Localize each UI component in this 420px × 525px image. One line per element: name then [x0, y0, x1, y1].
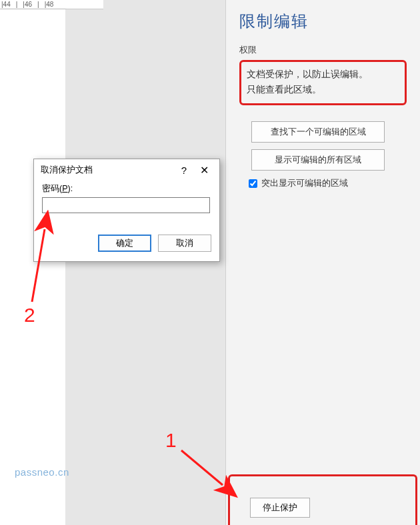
dialog-button-row: 确定 取消 [42, 235, 211, 252]
ruler: |44| |46| |48 [0, 0, 103, 9]
password-label: 密码(P): [42, 183, 211, 195]
info-line: 只能查看此区域。 [247, 83, 399, 98]
stop-protection-button[interactable]: 停止保护 [250, 498, 310, 518]
help-icon[interactable]: ? [174, 165, 194, 176]
info-line: 文档受保护，以防止误编辑。 [247, 67, 399, 83]
dialog-title: 取消保护文档 [41, 164, 174, 176]
document-page[interactable] [0, 9, 65, 525]
restrict-editing-panel: 限制编辑 权限 文档受保护，以防止误编辑。 只能查看此区域。 查找下一个可编辑的… [225, 0, 420, 525]
highlight-regions-checkbox[interactable] [249, 179, 257, 188]
watermark: passneo.cn [15, 466, 69, 478]
protection-info-box: 文档受保护，以防止误编辑。 只能查看此区域。 [239, 60, 407, 105]
annotation-number-1: 1 [165, 429, 177, 452]
highlight-regions-label: 突出显示可编辑的区域 [261, 177, 348, 189]
cancel-button[interactable]: 取消 [158, 235, 211, 252]
ok-button[interactable]: 确定 [98, 235, 151, 252]
password-input[interactable] [42, 197, 210, 213]
highlight-regions-checkbox-row[interactable]: 突出显示可编辑的区域 [246, 177, 407, 190]
close-icon[interactable]: ✕ [194, 164, 214, 177]
ruler-mark: |48 [45, 1, 59, 8]
panel-title: 限制编辑 [239, 11, 407, 32]
ruler-mark: |44| [1, 1, 17, 8]
ruler-mark: |46| [23, 1, 39, 8]
permissions-label: 权限 [239, 44, 407, 56]
unprotect-document-dialog: 取消保护文档 ? ✕ 密码(P): 确定 取消 [33, 159, 220, 262]
annotation-number-2: 2 [24, 304, 35, 326]
show-all-regions-button[interactable]: 显示可编辑的所有区域 [251, 149, 385, 171]
find-next-region-button[interactable]: 查找下一个可编辑的区域 [251, 121, 385, 143]
stop-protection-highlight: 停止保护 [228, 474, 417, 525]
dialog-body: 密码(P): 确定 取消 [34, 181, 219, 261]
document-background [65, 9, 225, 525]
dialog-titlebar[interactable]: 取消保护文档 ? ✕ [34, 159, 219, 181]
